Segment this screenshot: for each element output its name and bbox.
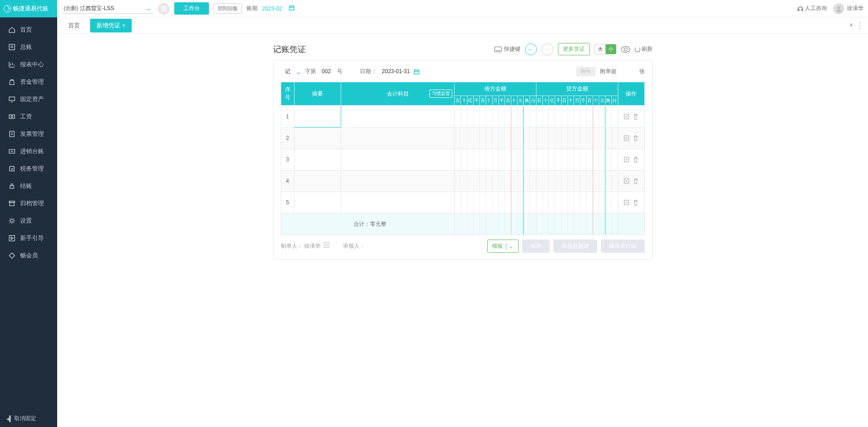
digit-header: 万 [492, 96, 498, 106]
summary-cell[interactable] [294, 106, 341, 128]
voucher-type-select[interactable]: ⌄ [281, 68, 301, 75]
company-input[interactable] [80, 5, 144, 11]
delete-row-icon[interactable] [632, 113, 639, 120]
op-cell [618, 192, 644, 214]
digit-header: 百 [536, 96, 542, 106]
voucher-type-input[interactable] [281, 68, 295, 75]
tabs-right: × ⋮ [849, 21, 863, 30]
sidebar-item-fixed[interactable]: 固定资产 [0, 91, 57, 108]
preview-icon[interactable] [621, 46, 630, 53]
company-select[interactable]: (勿删) ⌄ [62, 4, 153, 14]
total-debit [455, 214, 536, 235]
debit-cell[interactable] [455, 192, 536, 214]
insert-row-icon[interactable] [623, 178, 630, 184]
summary-input[interactable] [295, 107, 340, 125]
insert-row-icon[interactable] [623, 199, 630, 206]
prev-voucher-button[interactable]: ← [525, 43, 537, 55]
workbench-button[interactable]: 工作台 [174, 2, 209, 15]
debit-cell[interactable] [455, 149, 536, 171]
attach-add-button[interactable]: 附单据 [600, 68, 616, 75]
size-big[interactable]: 大 [595, 44, 605, 54]
tab-home[interactable]: 首页 [62, 19, 86, 32]
user-menu[interactable]: 徐泽华 [833, 3, 863, 14]
sidebar-item-cloud[interactable]: 畅会员 [0, 247, 57, 264]
sidebar-item-tax[interactable]: 税务管理 [0, 160, 57, 177]
debit-cell[interactable] [455, 128, 536, 149]
credit-cell[interactable] [536, 106, 618, 128]
debit-cell[interactable] [455, 171, 536, 192]
account-cell[interactable] [341, 128, 455, 149]
save-print-button[interactable]: 保存并打印 [601, 240, 645, 253]
size-toggle[interactable]: 大 小 [595, 44, 616, 54]
debit-cell[interactable] [455, 106, 536, 128]
delete-row-icon[interactable] [632, 178, 639, 184]
template-button[interactable]: 模板 ⌄ [487, 240, 519, 253]
op-cell [618, 149, 644, 171]
topbar: (勿删) ⌄ 工作台 切到旧版 账期 2023-02 人工咨询 [57, 0, 868, 17]
voucher-table: 序号 摘要 会计科目 习惯设置 借方金额 贷方金额 操作 百十亿千百十万千 [281, 82, 645, 235]
sidebar-item-archive[interactable]: 归档管理 [0, 195, 57, 212]
refresh-label: 刷新 [642, 45, 653, 53]
sidebar-item-salary[interactable]: 工资 [0, 108, 57, 125]
summary-cell[interactable] [294, 171, 341, 192]
summary-cell[interactable] [294, 128, 341, 149]
voucher-number-input[interactable] [320, 68, 333, 75]
sidebar-collapse-button[interactable]: ◂▍ 取消固定 [0, 410, 57, 427]
date-input[interactable] [380, 68, 412, 75]
insert-row-icon[interactable] [623, 113, 630, 120]
attach-count-input[interactable] [621, 68, 635, 75]
digit-header: 万 [574, 96, 580, 106]
sidebar-item-fund[interactable]: 资金管理 [0, 73, 57, 91]
old-version-button[interactable]: 切到旧版 [214, 3, 242, 14]
sidebar-item-newbie[interactable]: 新手引导 [0, 230, 57, 247]
more-voucher-button[interactable]: 更多凭证 [558, 43, 590, 55]
summary-cell[interactable] [294, 192, 341, 214]
support-link[interactable]: 人工咨询 [797, 5, 827, 12]
save-button[interactable]: 保存 [522, 240, 550, 253]
account-cell[interactable] [341, 106, 455, 128]
sidebar-item-report[interactable]: 报表中心 [0, 56, 57, 73]
tab-more-icon[interactable]: ⋮ [856, 21, 863, 30]
size-small[interactable]: 小 [605, 44, 616, 54]
digit-header: 百 [561, 96, 568, 106]
delete-row-icon[interactable] [632, 199, 639, 206]
voucher-footer: 制单人： 徐泽华 审核人： 模板 ⌄ 保存 保存并新增 保 [281, 240, 645, 253]
sidebar-item-invoice[interactable]: 发票管理 [0, 125, 57, 143]
date-picker[interactable] [380, 68, 420, 75]
digit-header: 十 [461, 96, 467, 106]
edit-maker-icon[interactable] [324, 242, 329, 248]
insert-row-icon[interactable] [623, 156, 630, 163]
credit-cell[interactable] [536, 192, 618, 214]
doc-icon [161, 5, 167, 12]
tab-voucher[interactable]: 新增凭证 × [90, 19, 132, 32]
account-cell[interactable] [341, 192, 455, 214]
shortcut-link[interactable]: 快捷键 [494, 45, 520, 53]
account-cell[interactable] [341, 149, 455, 171]
credit-cell[interactable] [536, 171, 618, 192]
sidebar-item-ledger[interactable]: 总账 [0, 38, 57, 56]
tab-close-all-icon[interactable]: × [849, 21, 853, 30]
summary-cell[interactable] [294, 149, 341, 171]
next-voucher-button[interactable]: → [541, 43, 553, 55]
sidebar-item-home[interactable]: 首页 [0, 21, 57, 38]
habit-settings-button[interactable]: 习惯设置 [429, 90, 452, 98]
voucher-meta: ⌄ 字第 号 日期： 附件 附单据 [281, 67, 645, 76]
account-cell[interactable] [341, 171, 455, 192]
sidebar-label-report: 报表中心 [20, 60, 44, 69]
credit-cell[interactable] [536, 149, 618, 171]
insert-row-icon[interactable] [623, 135, 630, 141]
shortcut-label: 快捷键 [504, 45, 520, 53]
sidebar-item-settings[interactable]: 设置 [0, 212, 57, 230]
template-dropdown-icon[interactable]: ⌄ [506, 243, 514, 250]
period-value[interactable]: 2023-02 [262, 5, 282, 12]
credit-cell[interactable] [536, 128, 618, 149]
tab-close-icon[interactable]: × [122, 22, 125, 29]
doc-circle-button[interactable] [158, 3, 170, 15]
save-new-button[interactable]: 保存并新增 [553, 240, 597, 253]
delete-row-icon[interactable] [632, 156, 639, 163]
delete-row-icon[interactable] [632, 135, 639, 141]
sidebar-item-purchase[interactable]: 进销台账 [0, 143, 57, 160]
calendar-icon[interactable] [289, 5, 295, 12]
sidebar-item-closing[interactable]: 结账 [0, 177, 57, 195]
refresh-button[interactable]: 刷新 [635, 45, 653, 53]
